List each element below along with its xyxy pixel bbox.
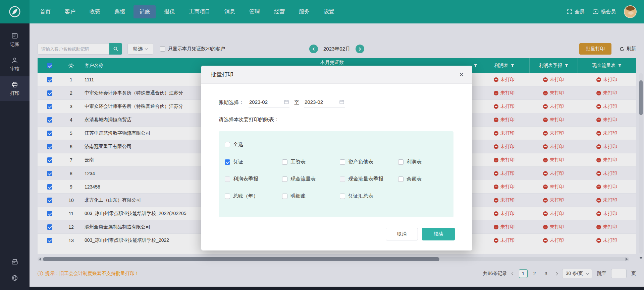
report-option[interactable]: 现金流量表季报	[340, 176, 398, 182]
option-label: 凭证	[233, 159, 243, 165]
option-label: 总账（年）	[233, 193, 258, 199]
batch-print-modal: 批量打印 × 账期选择： 2023-02 至 2023-02 请选择本次要打印的…	[201, 66, 472, 250]
option-checkbox[interactable]	[282, 194, 287, 199]
select-all-label: 全选	[233, 141, 243, 148]
period-label: 账期选择：	[219, 99, 244, 106]
modal-header: 批量打印 ×	[201, 66, 472, 84]
select-all-option[interactable]: 全选	[225, 141, 447, 148]
period-to-input[interactable]: 2023-02	[304, 98, 345, 107]
report-option[interactable]: 余额表	[398, 176, 447, 182]
cancel-button[interactable]: 取消	[386, 228, 418, 240]
select-hint: 请选择本次要打印的账表：	[219, 117, 279, 123]
report-option[interactable]: 资产负债表	[340, 159, 398, 165]
report-options-panel: 全选 凭证工资表资产负债表利润表利润表季报现金流量表现金流量表季报余额表总账（年…	[219, 131, 453, 217]
modal-buttons: 取消 继续	[386, 228, 455, 240]
option-label: 利润表	[407, 159, 422, 165]
option-label: 现金流量表季报	[348, 176, 383, 182]
report-option[interactable]: 利润表	[398, 159, 447, 165]
period-to-value: 2023-02	[305, 99, 323, 105]
option-label: 明细账	[290, 193, 306, 199]
option-label: 凭证汇总表	[348, 193, 373, 199]
period-to-label: 至	[294, 99, 299, 106]
option-checkbox[interactable]	[282, 176, 287, 182]
option-checkbox[interactable]	[340, 176, 345, 182]
report-options-grid: 凭证工资表资产负债表利润表利润表季报现金流量表现金流量表季报余额表总账（年）明细…	[225, 159, 447, 199]
continue-button[interactable]: 继续	[422, 228, 455, 240]
option-checkbox[interactable]	[398, 159, 404, 165]
report-option[interactable]: 明细账	[282, 193, 340, 199]
report-option[interactable]: 凭证	[225, 159, 282, 165]
option-label: 利润表季报	[233, 176, 258, 182]
option-checkbox[interactable]	[225, 176, 230, 182]
option-checkbox[interactable]	[225, 194, 230, 199]
report-option[interactable]: 工资表	[282, 159, 340, 165]
option-checkbox[interactable]	[282, 159, 287, 165]
report-option[interactable]: 利润表季报	[225, 176, 282, 182]
option-checkbox[interactable]	[340, 194, 345, 199]
option-label: 资产负债表	[348, 159, 373, 165]
calendar-icon	[339, 99, 344, 104]
report-option[interactable]: 总账（年）	[225, 193, 282, 199]
calendar-icon	[284, 99, 289, 104]
option-checkbox[interactable]	[225, 159, 230, 165]
select-all-checkbox[interactable]	[225, 142, 230, 147]
option-label: 现金流量表	[290, 176, 316, 182]
close-icon[interactable]: ×	[459, 71, 464, 78]
option-label: 余额表	[407, 176, 422, 182]
option-label: 工资表	[290, 159, 306, 165]
report-option[interactable]: 凭证汇总表	[340, 193, 398, 199]
option-checkbox[interactable]	[340, 159, 345, 165]
report-option[interactable]: 现金流量表	[282, 176, 340, 182]
period-row: 账期选择： 2023-02 至 2023-02	[219, 97, 345, 108]
period-from-input[interactable]: 2023-02	[249, 98, 289, 107]
modal-title: 批量打印	[211, 71, 233, 78]
option-checkbox[interactable]	[398, 176, 404, 182]
period-from-value: 2023-02	[249, 99, 268, 105]
